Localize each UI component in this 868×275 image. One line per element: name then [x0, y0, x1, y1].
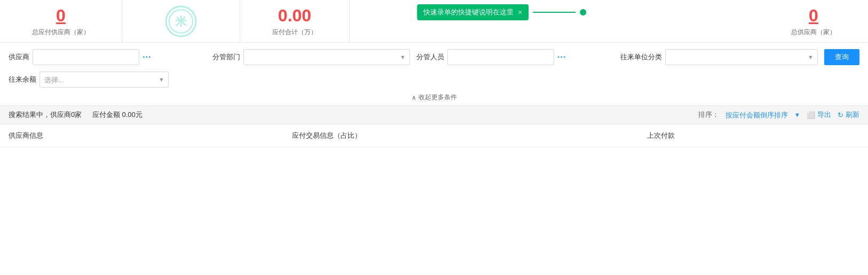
filter-bar: 供应商 ··· 分管部门 ▼ 分管人员 ··· 往来单位分类	[0, 43, 868, 106]
sort-select[interactable]: 按应付会额倒序排序	[725, 111, 796, 119]
stat-payable-suppliers: 0 总应付供应商（家）	[0, 0, 122, 42]
tooltip-dot	[580, 9, 586, 15]
total-suppliers-label: 总供应商（家）	[791, 28, 836, 37]
export-label: 导出	[817, 110, 831, 120]
filter-supplier: 供应商 ···	[9, 49, 206, 65]
balance-label: 往来余额	[9, 75, 36, 84]
collapse-up-icon: ∧	[412, 94, 416, 101]
person-label: 分管人员	[416, 52, 444, 62]
tooltip-close-btn[interactable]: ×	[518, 8, 522, 17]
col-supplier-header: 供应商信息	[9, 131, 292, 140]
payable-suppliers-number[interactable]: 0	[56, 5, 66, 26]
balance-select[interactable]: 选择...	[40, 72, 169, 88]
result-amount-text: 应付金额 0.00元	[92, 111, 143, 119]
supplier-dots-btn[interactable]: ···	[143, 52, 151, 62]
coin-icon-area: 米	[122, 0, 240, 42]
table-header: 供应商信息 应付交易信息（占比） 上次付款	[0, 124, 868, 147]
supplier-input[interactable]	[33, 49, 139, 65]
col-payment-header: 上次付款	[647, 131, 860, 140]
refresh-button[interactable]: ↻ 刷新	[838, 110, 859, 120]
result-bar: 搜索结果中，供应商0家 应付金额 0.00元 排序： 按应付会额倒序排序 ▼ ⬜…	[0, 106, 868, 124]
collapse-button[interactable]: ∧ 收起更多条件	[412, 93, 457, 102]
filter-row-2: 往来余额 选择... ▼	[9, 72, 859, 88]
dept-label: 分管部门	[212, 52, 240, 62]
person-input[interactable]	[447, 49, 554, 65]
collapse-bar: ∧ 收起更多条件	[9, 90, 859, 105]
category-label: 往来单位分类	[620, 52, 662, 62]
tooltip-bubble: 快速录单的快捷键说明在这里 ×	[417, 4, 528, 20]
filter-row-1: 供应商 ··· 分管部门 ▼ 分管人员 ··· 往来单位分类	[9, 49, 859, 65]
sort-label: 排序：	[698, 110, 719, 120]
tooltip-line	[533, 12, 575, 13]
table-body	[0, 147, 868, 275]
col-transaction-header: 应付交易信息（占比）	[292, 131, 646, 140]
category-select[interactable]	[665, 49, 818, 65]
result-info-area: 搜索结果中，供应商0家 应付金额 0.00元	[9, 110, 143, 120]
dept-select-wrapper: ▼	[243, 49, 410, 65]
filter-dept: 分管部门 ▼	[212, 49, 410, 65]
payable-suppliers-label: 总应付供应商（家）	[32, 28, 90, 37]
export-button[interactable]: ⬜ 导出	[807, 110, 831, 120]
supplier-label: 供应商	[9, 52, 29, 62]
balance-select-wrapper: 选择... ▼	[40, 72, 169, 88]
payable-total-number[interactable]: 0.00	[278, 5, 311, 26]
collapse-label: 收起更多条件	[419, 93, 457, 102]
result-info-text: 搜索结果中，供应商0家	[9, 111, 82, 119]
person-dots-btn[interactable]: ···	[557, 52, 566, 62]
result-actions: 排序： 按应付会额倒序排序 ▼ ⬜ 导出 ↻ 刷新	[698, 110, 859, 120]
svg-text:米: 米	[175, 15, 187, 28]
refresh-label: 刷新	[846, 110, 859, 120]
refresh-icon: ↻	[838, 111, 843, 119]
sort-select-wrapper: 按应付会额倒序排序 ▼	[725, 111, 800, 119]
tooltip-container: 快速录单的快捷键说明在这里 ×	[417, 4, 586, 20]
query-button[interactable]: 查询	[824, 49, 859, 65]
filter-person: 分管人员 ···	[416, 49, 614, 65]
coin-icon: 米	[165, 5, 197, 37]
dept-select[interactable]	[243, 49, 410, 65]
stat-total-suppliers: 0 总供应商（家）	[759, 0, 868, 42]
stat-payable-total: 0.00 应付合计（万）	[240, 0, 350, 42]
export-icon: ⬜	[807, 111, 815, 119]
tooltip-text: 快速录单的快捷键说明在这里	[423, 7, 514, 17]
filter-balance: 往来余额 选择... ▼	[9, 72, 169, 88]
filter-category: 往来单位分类 ▼	[620, 49, 818, 65]
payable-total-label: 应付合计（万）	[272, 28, 317, 37]
total-suppliers-number[interactable]: 0	[809, 5, 818, 26]
stats-bar: 0 总应付供应商（家） 米 0.00 应付合计（万） 快速录单的快捷键说明在这里…	[0, 0, 868, 43]
category-select-wrapper: ▼	[665, 49, 818, 65]
